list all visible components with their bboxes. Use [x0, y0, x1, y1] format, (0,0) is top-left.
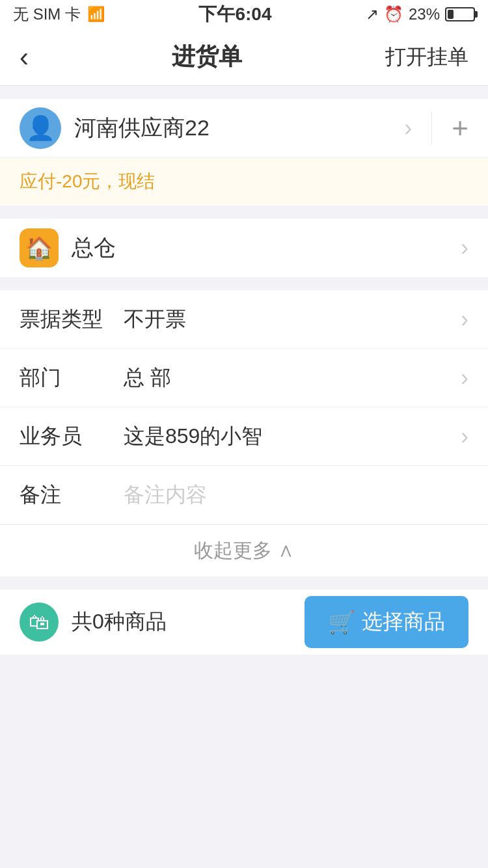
notice-banner: 应付-20元，现结: [0, 157, 488, 206]
field-value-salesperson: 这是859的小智: [124, 422, 461, 451]
select-goods-button[interactable]: 🛒 选择商品: [305, 596, 468, 648]
warehouse-name: 总仓: [72, 233, 461, 263]
field-label-salesperson: 业务员: [20, 422, 124, 451]
open-hang-bill-button[interactable]: 打开挂单: [385, 43, 468, 72]
field-value-invoice-type: 不开票: [124, 305, 461, 334]
field-row-salesperson[interactable]: 业务员 这是859的小智 ›: [0, 407, 488, 466]
field-label-invoice-type: 票据类型: [20, 305, 124, 334]
status-time: 下午6:04: [198, 2, 271, 27]
add-supplier-button[interactable]: +: [452, 112, 468, 144]
field-label-remark: 备注: [20, 481, 124, 509]
fields-section: 票据类型 不开票 › 部门 总 部 › 业务员 这是859的小智 › 备注 备注…: [0, 290, 488, 576]
supplier-section: 👤 河南供应商22 › + 应付-20元，现结: [0, 99, 488, 206]
alarm-icon: ⏰: [384, 5, 403, 23]
supplier-name: 河南供应商22: [74, 113, 404, 143]
select-goods-icon: 🛒: [328, 609, 355, 635]
product-count-icon-bg: 🛍: [20, 603, 59, 642]
supplier-vertical-divider: [431, 112, 432, 144]
carrier-text: 无 SIM 卡: [13, 4, 81, 25]
field-label-department: 部门: [20, 364, 124, 392]
field-value-department: 总 部: [124, 364, 461, 392]
battery-bar: [445, 7, 475, 21]
collapse-label: 收起更多 ∧: [194, 537, 293, 564]
battery-percent: 23%: [409, 5, 440, 23]
notice-text: 应付-20元，现结: [20, 171, 155, 191]
bottom-bar: 🛍 共0种商品 🛒 选择商品: [0, 590, 488, 655]
status-bar: 无 SIM 卡 📶 下午6:04 ↗ ⏰ 23%: [0, 0, 488, 29]
field-row-remark[interactable]: 备注 备注内容: [0, 466, 488, 524]
field-row-department[interactable]: 部门 总 部 ›: [0, 349, 488, 407]
collapse-button[interactable]: 收起更多 ∧: [0, 524, 488, 576]
product-count-text: 共0种商品: [72, 608, 305, 636]
select-goods-label: 选择商品: [362, 608, 445, 636]
field-row-invoice-type[interactable]: 票据类型 不开票 ›: [0, 290, 488, 349]
field-chevron-salesperson: ›: [461, 423, 468, 450]
avatar-icon: 👤: [26, 115, 55, 142]
field-value-remark[interactable]: 备注内容: [124, 481, 468, 509]
page-title: 进货单: [172, 41, 242, 73]
warehouse-chevron-icon: ›: [461, 234, 468, 262]
location-icon: ↗: [366, 5, 379, 23]
warehouse-icon-bg: 🏠: [20, 228, 59, 267]
top-divider: [0, 86, 488, 99]
wifi-icon: 📶: [87, 6, 105, 23]
nav-bar: ‹ 进货单 打开挂单: [0, 29, 488, 86]
warehouse-row[interactable]: 🏠 总仓 ›: [0, 219, 488, 277]
empty-content-area: [0, 655, 488, 850]
warehouse-icon: 🏠: [25, 235, 53, 261]
supplier-chevron-icon: ›: [404, 115, 412, 142]
back-button[interactable]: ‹: [20, 44, 29, 71]
supplier-avatar: 👤: [20, 107, 61, 149]
divider-1: [0, 206, 488, 219]
field-chevron-department: ›: [461, 364, 468, 392]
status-right: ↗ ⏰ 23%: [366, 5, 475, 23]
product-count-icon: 🛍: [29, 610, 49, 634]
field-chevron-invoice-type: ›: [461, 306, 468, 333]
supplier-row[interactable]: 👤 河南供应商22 › +: [0, 99, 488, 157]
status-left: 无 SIM 卡 📶: [13, 4, 105, 25]
